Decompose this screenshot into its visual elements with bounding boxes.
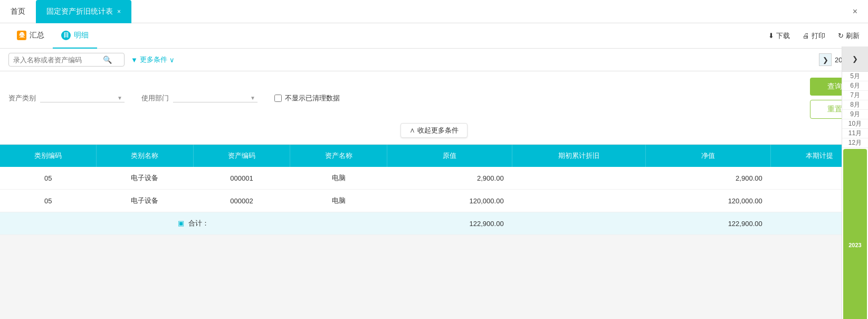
month-item[interactable]: 8月 bbox=[842, 100, 868, 110]
detail-icon: 目 bbox=[61, 31, 71, 40]
cell-net-value: 120,000.00 bbox=[646, 190, 771, 212]
asset-table: 类别编码 类别名称 资产编码 资产名称 原值 期初累计折旧 净值 本期计提 05… bbox=[0, 145, 868, 235]
hide-cleared-checkbox[interactable] bbox=[274, 95, 282, 102]
month-item[interactable]: 5月 bbox=[842, 72, 868, 81]
search-bar: 🔍 ▼ 更多条件 ∨ ❯ 2023.01 bbox=[0, 49, 868, 71]
chevron-down-icon: ∨ bbox=[169, 56, 175, 64]
total-label: 合计： bbox=[188, 219, 209, 227]
collapse-button[interactable]: ∧ 收起更多条件 bbox=[400, 123, 468, 138]
col-category-code: 类别编码 bbox=[0, 145, 96, 167]
print-button[interactable]: 🖨 打印 bbox=[803, 31, 825, 41]
table-row: 05 电子设备 000002 电脑 120,000.00 120,000.00 bbox=[0, 190, 868, 212]
filter-icon: ▼ bbox=[131, 56, 138, 64]
table-row: 05 电子设备 000001 电脑 2,900.00 2,900.00 bbox=[0, 167, 868, 190]
search-input[interactable] bbox=[13, 56, 103, 64]
col-net-value: 净值 bbox=[646, 145, 771, 167]
total-icon: ▣ bbox=[178, 219, 184, 227]
more-conditions-label: 更多条件 bbox=[140, 55, 167, 64]
more-conditions-button[interactable]: ▼ 更多条件 ∨ bbox=[131, 55, 175, 64]
top-nav: 首页 固定资产折旧统计表 × × bbox=[0, 0, 868, 23]
search-input-wrap[interactable]: 🔍 bbox=[8, 53, 125, 67]
home-tab[interactable]: 首页 bbox=[0, 0, 36, 23]
col-original-value: 原值 bbox=[387, 145, 512, 167]
use-department-input[interactable]: ▼ bbox=[173, 94, 257, 102]
use-department-field: 使用部门 ▼ bbox=[141, 93, 257, 103]
filter-area: 资产类别 ▼ 使用部门 ▼ 不显示已清理数据 查询 重置 bbox=[0, 71, 868, 145]
summary-label: 汇总 bbox=[30, 31, 44, 40]
cell-category-name: 电子设备 bbox=[96, 190, 193, 212]
active-tab[interactable]: 固定资产折旧统计表 × bbox=[36, 0, 131, 23]
tab-summary[interactable]: 叠 汇总 bbox=[8, 23, 53, 49]
asset-category-label: 资产类别 bbox=[8, 93, 36, 103]
detail-label: 明细 bbox=[74, 31, 89, 40]
filter-row: 资产类别 ▼ 使用部门 ▼ 不显示已清理数据 查询 重置 bbox=[8, 78, 860, 119]
summary-icon: 叠 bbox=[17, 31, 26, 40]
sub-tabs: 叠 汇总 目 明细 ⬇ 下载 🖨 打印 ↻ 刷新 bbox=[0, 23, 868, 49]
month-item[interactable]: 10月 bbox=[842, 119, 868, 129]
sub-tabs-actions: ⬇ 下载 🖨 打印 ↻ 刷新 bbox=[768, 31, 860, 41]
cell-asset-name: 电脑 bbox=[290, 190, 387, 212]
cell-accumulated-depreciation bbox=[512, 190, 646, 212]
right-panel: ❯ 5月6月7月8月9月10月11月12月 2023 bbox=[842, 46, 868, 319]
cell-category-name: 电子设备 bbox=[96, 167, 193, 190]
cell-category-code: 05 bbox=[0, 190, 96, 212]
search-icon: 🔍 bbox=[103, 55, 112, 64]
month-item[interactable]: 6月 bbox=[842, 81, 868, 91]
total-row: ▣ 合计： 122,900.00 122,900.00 bbox=[0, 212, 868, 235]
col-accumulated-depreciation: 期初累计折旧 bbox=[512, 145, 646, 167]
total-original-value: 122,900.00 bbox=[387, 212, 512, 235]
month-item[interactable]: 9月 bbox=[842, 110, 868, 119]
year-badge-item[interactable]: 2023 bbox=[843, 149, 867, 319]
hide-cleared-label: 不显示已清理数据 bbox=[285, 93, 340, 103]
print-label: 打印 bbox=[812, 31, 825, 41]
tab-detail[interactable]: 目 明细 bbox=[53, 23, 97, 49]
month-item[interactable]: 7月 bbox=[842, 91, 868, 100]
month-item[interactable]: 11月 bbox=[842, 129, 868, 138]
total-net-value: 122,900.00 bbox=[646, 212, 771, 235]
cell-original-value: 120,000.00 bbox=[387, 190, 512, 212]
main-content: 叠 汇总 目 明细 ⬇ 下载 🖨 打印 ↻ 刷新 🔍 bbox=[0, 23, 868, 235]
window-close-button[interactable]: × bbox=[853, 7, 868, 16]
panel-collapse-arrow[interactable]: ❯ bbox=[842, 46, 868, 72]
collapse-bar: ∧ 收起更多条件 bbox=[8, 119, 860, 144]
download-icon: ⬇ bbox=[768, 32, 774, 40]
download-label: 下载 bbox=[776, 31, 790, 41]
total-label-cell: ▣ 合计： bbox=[0, 212, 387, 235]
months-container: 5月6月7月8月9月10月11月12月 bbox=[842, 72, 868, 148]
cell-asset-name: 电脑 bbox=[290, 167, 387, 190]
cell-accumulated-depreciation bbox=[512, 167, 646, 190]
cell-asset-code: 000001 bbox=[193, 167, 290, 190]
active-tab-label: 固定资产折旧统计表 bbox=[46, 7, 113, 16]
year-badge: 2023 bbox=[845, 240, 864, 250]
use-department-arrow: ▼ bbox=[250, 95, 255, 101]
refresh-icon: ↻ bbox=[838, 32, 844, 40]
table-header-row: 类别编码 类别名称 资产编码 资产名称 原值 期初累计折旧 净值 本期计提 bbox=[0, 145, 868, 167]
refresh-button[interactable]: ↻ 刷新 bbox=[838, 31, 860, 41]
cell-net-value: 2,900.00 bbox=[646, 167, 771, 190]
refresh-label: 刷新 bbox=[846, 31, 860, 41]
asset-category-input[interactable]: ▼ bbox=[40, 94, 125, 102]
col-category-name: 类别名称 bbox=[96, 145, 193, 167]
tab-close-icon[interactable]: × bbox=[117, 8, 121, 15]
asset-category-arrow: ▼ bbox=[117, 95, 122, 101]
download-button[interactable]: ⬇ 下载 bbox=[768, 31, 790, 41]
total-accumulated-depreciation bbox=[512, 212, 646, 235]
asset-category-field: 资产类别 ▼ bbox=[8, 93, 125, 103]
cell-original-value: 2,900.00 bbox=[387, 167, 512, 190]
print-icon: 🖨 bbox=[803, 32, 809, 40]
cell-asset-code: 000002 bbox=[193, 190, 290, 212]
use-department-label: 使用部门 bbox=[141, 93, 169, 103]
col-asset-name: 资产名称 bbox=[290, 145, 387, 167]
hide-cleared-field: 不显示已清理数据 bbox=[274, 93, 340, 103]
table-container: 类别编码 类别名称 资产编码 资产名称 原值 期初累计折旧 净值 本期计提 05… bbox=[0, 145, 868, 235]
month-item[interactable]: 12月 bbox=[842, 138, 868, 148]
date-prev-arrow[interactable]: ❯ bbox=[819, 53, 832, 66]
col-asset-code: 资产编码 bbox=[193, 145, 290, 167]
cell-category-code: 05 bbox=[0, 167, 96, 190]
collapse-label: ∧ 收起更多条件 bbox=[409, 126, 459, 135]
